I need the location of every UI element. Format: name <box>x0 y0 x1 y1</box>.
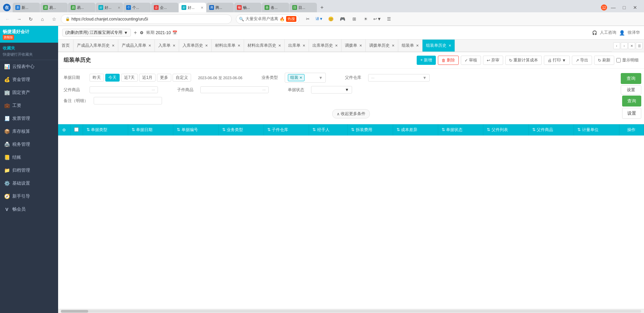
child-goods-more-icon[interactable]: ··· <box>263 88 266 92</box>
tab-close-icon[interactable]: ✕ <box>335 44 338 47</box>
query-btn-fixed[interactable]: 查询 <box>622 96 641 106</box>
export-button[interactable]: ↗ 导出 <box>572 56 592 65</box>
horizontal-scrollbar[interactable] <box>58 309 644 313</box>
tab-close-icon[interactable]: ✕ <box>148 44 151 47</box>
biz-type-dropdown-icon[interactable]: ▼ <box>319 75 323 80</box>
col-bill-type[interactable]: ⇅ 单据类型 <box>83 124 128 136</box>
unapprove-button[interactable]: ↩ 弃审 <box>483 56 503 65</box>
sidebar-item-tax[interactable]: 🖨️ 税务管理 <box>0 138 58 151</box>
date-btn-1month[interactable]: 近1月 <box>139 74 156 82</box>
col-parent-goods[interactable]: ⇅ 父件商品 <box>528 124 574 136</box>
date-btn-7days[interactable]: 近7天 <box>121 74 138 82</box>
col-uom[interactable]: ⇅ 计量单位 <box>574 124 619 136</box>
table-checkbox-col[interactable] <box>70 124 83 136</box>
browser-tab-9[interactable]: 腾 腾... <box>206 3 234 12</box>
back-button[interactable]: ← <box>3 14 12 24</box>
tabs-close-all[interactable]: ✕ <box>628 42 635 49</box>
doc-tab-in-history[interactable]: 入库单历史 ✕ <box>179 40 212 52</box>
scrollbar-thumb[interactable] <box>61 310 88 313</box>
tab-close-icon[interactable]: ✕ <box>416 44 419 47</box>
browser-tab-2[interactable]: 新 新... <box>13 3 40 12</box>
refresh-nav-button[interactable]: ↻ <box>26 14 36 24</box>
filter-settings-button[interactable]: 设置 <box>621 85 641 95</box>
browser-tab-7[interactable]: 企 企... <box>151 3 178 12</box>
translate-icon[interactable]: 译▼ <box>314 14 324 24</box>
col-bill-no[interactable]: ⇅ 单据编号 <box>173 124 218 136</box>
sidebar-item-settings[interactable]: ⚙️ 基础设置 <box>0 177 58 190</box>
browser-tab-4[interactable]: 易 易... <box>68 3 95 12</box>
col-bill-date[interactable]: ⇅ 单据日期 <box>128 124 173 136</box>
browser-tab-12[interactable]: 目 目... <box>290 3 317 12</box>
col-parent-list[interactable]: ⇅ 父件列表 <box>483 124 528 136</box>
consult-label[interactable]: 人工咨询 <box>600 30 616 35</box>
col-child-warehouse[interactable]: ⇅ 子件仓库 <box>264 124 309 136</box>
tab-close-icon[interactable]: ✕ <box>201 6 203 10</box>
grid-icon[interactable]: ⊞ <box>349 14 359 24</box>
add-button[interactable]: + 新增 <box>417 56 436 65</box>
minimize-button[interactable]: — <box>608 3 618 12</box>
browser-tab-8[interactable]: 好 好... ✕ <box>179 3 206 12</box>
delete-button[interactable]: 🗑 删除 <box>438 56 459 65</box>
tab-close-icon[interactable]: ✕ <box>278 44 281 47</box>
close-button[interactable]: ✕ <box>630 3 640 12</box>
settings-btn-fixed[interactable]: 设置 <box>622 108 641 119</box>
doc-tab-assemble-history[interactable]: 组装单历史 ✕ <box>422 40 455 52</box>
tab-close-icon[interactable]: ✕ <box>112 44 115 47</box>
sidebar-item-guide[interactable]: 🧭 新手引导 <box>0 190 58 203</box>
tabs-nav-right[interactable]: › <box>621 42 628 49</box>
sidebar-item-inventory[interactable]: 📦 库存核算 <box>0 125 58 138</box>
tabs-nav-left[interactable]: ‹ <box>613 42 620 49</box>
col-handler[interactable]: ⇅ 经手人 <box>309 124 348 136</box>
sidebar-item-archive[interactable]: 📁 归档管理 <box>0 164 58 177</box>
tab-close-icon[interactable]: ✕ <box>392 44 394 47</box>
tabs-menu[interactable]: ☰ <box>636 42 643 49</box>
doc-tab-material-out-history[interactable]: 材料出库单历史 ✕ <box>244 40 285 52</box>
col-disassemble-fee[interactable]: ⇅ 拆装费用 <box>348 124 393 136</box>
tab-close-icon[interactable]: ✕ <box>303 44 305 47</box>
col-biz-type[interactable]: ⇅ 业务类型 <box>218 124 264 136</box>
sun-icon[interactable]: ☀ <box>361 14 371 24</box>
star-button[interactable]: ☆ <box>49 14 59 24</box>
doc-tab-assemble[interactable]: 组装单 ✕ <box>398 40 422 52</box>
browser-tab-6[interactable]: 个 个... <box>123 3 151 12</box>
calendar-icon[interactable]: 📅 <box>172 30 177 35</box>
tab-close-icon[interactable]: ✕ <box>173 44 175 47</box>
scissors-icon[interactable]: ✂ <box>303 14 312 24</box>
tab-close-icon[interactable]: ✕ <box>238 44 240 47</box>
browser-tab-11[interactable]: 各 各... <box>262 3 289 12</box>
recalc-button[interactable]: ↻ 重新计算成本 <box>505 56 542 65</box>
tab-close-icon[interactable]: ✕ <box>359 44 362 47</box>
tab-close-icon[interactable]: ✕ <box>448 44 451 47</box>
doc-tab-out[interactable]: 出库单 ✕ <box>285 40 309 52</box>
detail-checkbox-input[interactable] <box>616 58 621 62</box>
new-tab-button[interactable]: + <box>317 3 327 12</box>
note-input[interactable] <box>94 97 162 104</box>
forward-button[interactable]: → <box>14 14 24 24</box>
browser-tab-10[interactable]: 畅 畅... <box>234 3 261 12</box>
refresh-button[interactable]: ↻ 刷新 <box>594 56 614 65</box>
doc-tab-in[interactable]: 入库单 ✕ <box>155 40 179 52</box>
doc-tab-out-history[interactable]: 出库单历史 ✕ <box>309 40 341 52</box>
menu-icon[interactable]: ☰ <box>384 14 394 24</box>
table-settings-col[interactable]: ⚙ <box>58 124 70 136</box>
emoji-icon[interactable]: 😊 <box>326 14 336 24</box>
col-bill-status[interactable]: ⇅ 单据状态 <box>438 124 483 136</box>
sidebar-item-invoice[interactable]: 🧾 发票管理 <box>0 112 58 125</box>
tab-close-icon[interactable]: ✕ <box>118 6 120 10</box>
doc-tab-transfer[interactable]: 调拨单 ✕ <box>341 40 366 52</box>
parent-goods-input[interactable]: ··· <box>90 86 158 93</box>
settings-gear-btn[interactable]: ⚙ <box>140 30 144 35</box>
parent-goods-more-icon[interactable]: ··· <box>152 88 155 92</box>
sidebar-item-cloud-reports[interactable]: 📊 云报表中心 <box>0 60 58 73</box>
undo-icon[interactable]: ↩▼ <box>373 14 382 24</box>
bill-status-dropdown[interactable]: ▼ <box>311 86 352 94</box>
sidebar-item-closing[interactable]: 📒 结账 <box>0 151 58 164</box>
parent-warehouse-dropdown[interactable]: ▼ <box>422 75 427 80</box>
browser-tab-5[interactable]: 好 好... ✕ <box>96 3 123 12</box>
doc-tab-product-in[interactable]: 产成品入库单 ✕ <box>118 40 155 52</box>
sidebar-item-fixed-assets[interactable]: 🏢 固定资产 <box>0 86 58 99</box>
parent-warehouse-more[interactable]: ··· <box>371 76 374 80</box>
sidebar-item-vip[interactable]: V 畅会员 <box>0 203 58 216</box>
doc-tab-transfer-history[interactable]: 调拨单历史 ✕ <box>366 40 398 52</box>
select-all-checkbox[interactable] <box>74 127 79 132</box>
